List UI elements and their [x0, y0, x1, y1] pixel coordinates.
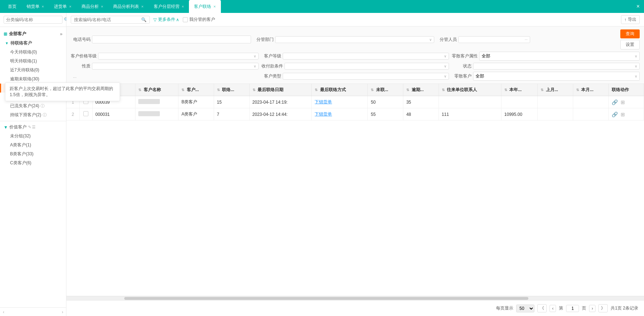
row-1-method-link[interactable]: 下销货单 — [315, 99, 332, 104]
row-2-grid-icon[interactable]: ⊞ — [621, 112, 625, 117]
declining-customers-item[interactable]: 持续下滑客户(2) ⓘ — [0, 110, 66, 119]
sort-overdue-icon[interactable]: ⇅ — [406, 88, 409, 92]
customer-level-select[interactable]: ∨ — [283, 53, 449, 60]
close-purchase-tab[interactable]: × — [69, 4, 71, 9]
last-page-button[interactable]: 》 — [598, 304, 608, 312]
nav-tab-home[interactable]: 首页 — [3, 0, 22, 13]
price-level-select[interactable]: ∨ — [98, 53, 259, 60]
all-customers-header[interactable]: ⊞ 全部客户 » — [0, 29, 66, 39]
sort-year-icon[interactable]: ⇅ — [504, 88, 507, 92]
status-chevron: ∨ — [635, 64, 637, 68]
table-header-row: ⚙ ⇅ 客户编码 ⇅ 客户名称 ⇅ — [66, 84, 644, 96]
nav-tab-sales[interactable]: 销货单 × — [22, 0, 49, 13]
sort-date-icon[interactable]: ⇅ — [252, 88, 255, 92]
sort-level-icon[interactable]: ⇅ — [181, 88, 184, 92]
row-1-name-blur — [138, 99, 160, 104]
today-contact-item[interactable]: 今天待联络(0) — [0, 48, 66, 57]
row-1-last-method[interactable]: 下销货单 — [312, 96, 368, 108]
row-2-level: A类客户 — [179, 108, 214, 121]
page-number-input[interactable] — [566, 305, 579, 312]
export-button[interactable]: ↑ 导出 — [621, 15, 640, 24]
settings-button[interactable]: 设置 — [620, 40, 640, 49]
close-product-list-tab[interactable]: × — [141, 4, 143, 9]
query-button[interactable]: 查询 — [620, 29, 640, 38]
row-2-last-method[interactable]: 下销货单 — [312, 108, 368, 121]
filter-search-icon[interactable]: 🔍 — [141, 17, 147, 22]
a-class-item[interactable]: A类客户(1) — [0, 141, 66, 150]
nav-tab-product-list[interactable]: 商品分析列表 × — [108, 0, 148, 13]
retail-attr-select[interactable]: 全部 ∨ — [479, 52, 640, 61]
sidebar-scroll-left[interactable]: ‹ — [3, 310, 4, 315]
tomorrow-contact-item[interactable]: 明天待联络(1) — [0, 57, 66, 66]
sort-contact-icon[interactable]: ⇅ — [217, 88, 220, 92]
scrollbar-thumb[interactable] — [124, 297, 529, 300]
first-page-button[interactable]: 《 — [537, 304, 547, 312]
row-2-link-icon[interactable]: 🔗 — [612, 112, 618, 117]
nav-tab-purchase[interactable]: 进货单 × — [49, 0, 76, 13]
b-class-item[interactable]: B类客户(33) — [0, 150, 66, 159]
week-contact-item[interactable]: 近7天待联络(0) — [0, 66, 66, 75]
nav-tab-product-analysis[interactable]: 商品分析 × — [77, 0, 108, 13]
sort-name-icon[interactable]: ⇅ — [138, 88, 141, 92]
sort-method-icon[interactable]: ⇅ — [315, 88, 318, 92]
c-class-item[interactable]: C类客户(6) — [0, 159, 66, 168]
row-2-checkbox[interactable] — [79, 108, 92, 121]
row-2-contact-count: 7 — [214, 108, 249, 121]
search-input[interactable] — [74, 17, 141, 22]
category-search-input[interactable] — [4, 16, 62, 24]
prev-page-button[interactable]: ‹ — [550, 305, 556, 312]
ungroup-item[interactable]: 未分组(32) — [0, 132, 66, 141]
payment-select[interactable]: ∨ — [284, 63, 449, 70]
row-2-method-link[interactable]: 下销货单 — [315, 112, 332, 117]
status-select[interactable]: ∨ — [473, 63, 640, 70]
col-header-contact-count: ⇅ 联络... — [214, 84, 249, 96]
row-2-code[interactable]: 000031 — [92, 108, 135, 121]
edit-icon[interactable]: ✎ — [28, 125, 31, 129]
info-icon-declining: ⓘ — [43, 112, 47, 118]
row-1-link-icon[interactable]: 🔗 — [612, 99, 618, 105]
main-layout: 🔍 ⊞ 全部客户 » ▼ 待联络客户 今天待联络(0) 明天待联络(1) — [0, 13, 644, 316]
pending-contact-group-header[interactable]: ▼ 待联络客户 — [0, 39, 66, 48]
gender-select[interactable]: ∨ — [92, 63, 259, 70]
row-2-check[interactable] — [83, 111, 88, 116]
customer-type-select[interactable]: ∨ — [283, 73, 449, 80]
sort-person-icon[interactable]: ⇅ — [442, 88, 445, 92]
manager-filter: 分管人员 ··· — [437, 36, 617, 43]
collapse-icon[interactable]: » — [60, 31, 62, 37]
row-1-grid-icon[interactable]: ⊞ — [621, 99, 625, 105]
row-2-name — [135, 108, 179, 121]
phone-input[interactable] — [92, 36, 251, 43]
sidebar-divider — [0, 121, 66, 121]
close-customer-contact-tab[interactable]: × — [213, 4, 216, 9]
retail-customer-select[interactable]: 全部 ∨ — [473, 72, 640, 81]
dept-select[interactable]: ∨ — [275, 36, 434, 43]
row-1-this-month — [573, 96, 609, 108]
close-customer-segment-tab[interactable]: × — [182, 4, 184, 9]
sort-uncontacted-icon[interactable]: ⇅ — [371, 88, 374, 92]
manager-chevron: ··· — [525, 38, 528, 42]
manager-select[interactable]: ··· — [458, 36, 530, 43]
close-product-analysis-tab[interactable]: × — [101, 4, 103, 9]
filter-icon: ▽ — [153, 17, 157, 22]
sidebar-search-area: 🔍 — [0, 13, 66, 27]
price-level-filter: 客户价格等级 ∨ — [71, 53, 259, 60]
page-size-select[interactable]: 50 20 100 — [516, 305, 534, 312]
horizontal-scrollbar[interactable] — [66, 296, 644, 300]
more-conditions-btn[interactable]: ▽ 更多条件 ∧ — [153, 16, 179, 23]
sort-last-month-icon[interactable]: ⇅ — [541, 88, 543, 92]
window-close-button[interactable]: × — [636, 3, 640, 10]
nav-tab-customer-contact[interactable]: 客户联络 × — [189, 0, 221, 13]
price-chevron: ∨ — [254, 54, 256, 58]
sidebar-scroll-right[interactable]: › — [62, 310, 63, 315]
next-page-button[interactable]: › — [589, 305, 596, 312]
value-customers-group-header[interactable]: ▼ 价值客户 ✎ ☰ — [0, 123, 66, 132]
my-customers-checkbox[interactable]: 我分管的客户 — [183, 16, 215, 23]
settings-icon[interactable]: ☰ — [32, 125, 36, 129]
lost-customers-item[interactable]: 已流失客户(24) ⓘ — [0, 102, 66, 110]
close-sales-tab[interactable]: × — [42, 4, 44, 9]
sort-this-month-icon[interactable]: ⇅ — [576, 88, 579, 92]
row-2-contact-person: 111 — [439, 108, 501, 121]
my-customers-check[interactable] — [183, 17, 188, 22]
col-header-level: ⇅ 客户... — [179, 84, 214, 96]
nav-tab-customer-segment[interactable]: 客户分层经营 × — [149, 0, 189, 13]
